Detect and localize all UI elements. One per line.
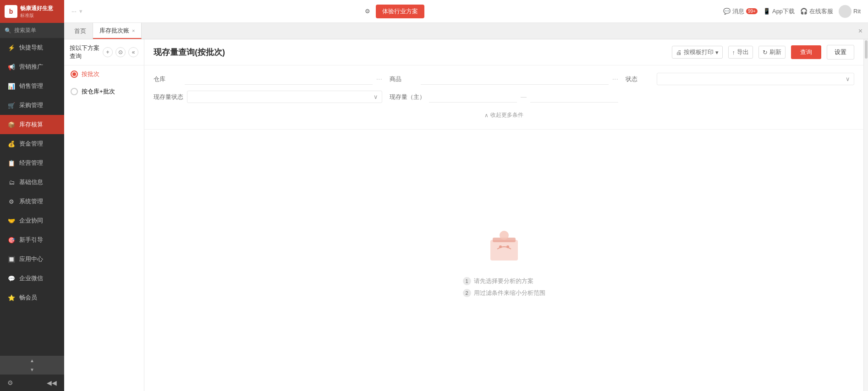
inventory-status-label: 现存量状态: [154, 93, 183, 101]
sidebar-item-basic[interactable]: 🗂 基础信息: [0, 173, 64, 192]
add-scheme-btn[interactable]: +: [103, 47, 113, 57]
user-avatar: [839, 5, 852, 18]
quantity-min-input[interactable]: [429, 92, 517, 103]
sidebar-item-apps[interactable]: 🔲 应用中心: [0, 250, 64, 269]
collapse-label: 收起更多条件: [490, 111, 523, 119]
sidebar-item-label: 销售管理: [19, 82, 43, 90]
sidebar-item-label: 采购管理: [19, 101, 43, 109]
collapse-sidebar-icon[interactable]: ◀◀: [47, 379, 57, 386]
left-panel-actions: + ⊙ «: [103, 47, 138, 57]
print-chevron-icon: ▾: [715, 49, 719, 56]
quantity-range: —: [429, 92, 618, 103]
user-profile-btn[interactable]: Rit: [839, 5, 861, 18]
tab-label: 库存批次账: [99, 27, 129, 35]
topbar-breadcrumb: ··· ▾: [71, 8, 359, 15]
status-field: 状态 ∨: [626, 73, 854, 85]
active-scheme-indicator: [71, 71, 78, 78]
product-dots[interactable]: ···: [612, 75, 618, 83]
tab-home[interactable]: 首页: [68, 23, 93, 39]
sidebar-item-wechat[interactable]: 💬 企业微信: [0, 269, 64, 288]
query-btn[interactable]: 查询: [791, 45, 821, 59]
sidebar-item-label: 营销推广: [19, 63, 43, 71]
online-service-btn[interactable]: 🎧 在线客服: [800, 7, 833, 16]
sidebar-nav: ⚡ 快捷导航 📢 营销推广 📊 销售管理 🛒 采购管理 📦 库存核算 💰 资金管…: [0, 38, 64, 356]
scheme-item-warehouse-batch[interactable]: 按仓库+批次: [64, 83, 144, 100]
filter-area: 仓库 ··· 商品 ··· 状态 ∨: [144, 65, 863, 130]
filter-row-1: 仓库 ··· 商品 ··· 状态 ∨: [154, 73, 854, 85]
scheme-warehouse-batch-label: 按仓库+批次: [82, 87, 115, 96]
sidebar-item-label: 畅会员: [19, 293, 37, 302]
export-label: 导出: [737, 48, 749, 56]
sidebar-item-system[interactable]: ⚙ 系统管理: [0, 192, 64, 211]
sidebar-item-label: 企业微信: [19, 274, 43, 282]
quick-icon: ⚡: [7, 43, 16, 52]
sidebar-item-inventory[interactable]: 📦 库存核算: [0, 115, 64, 134]
page-settings-btn[interactable]: 设置: [827, 45, 854, 60]
right-main: 现存量查询(按批次) 🖨 按模板打印 ▾ ↑ 导出 ↻ 刷新: [144, 39, 863, 391]
messages-btn[interactable]: 💬 消息 99+: [723, 7, 758, 16]
tip-num-1: 1: [463, 277, 471, 285]
scheme-item-batch[interactable]: 按批次: [64, 65, 144, 83]
empty-tip-2: 2 用过滤条件来缩小分析范围: [463, 289, 545, 297]
svg-point-2: [500, 231, 509, 240]
sidebar-item-purchase[interactable]: 🛒 采购管理: [0, 96, 64, 115]
sidebar-search[interactable]: 🔍 搜索菜单: [0, 23, 64, 38]
svg-rect-0: [490, 240, 518, 261]
inventory-status-select[interactable]: ∨: [187, 91, 382, 103]
app-download-btn[interactable]: 📱 App下载: [763, 7, 795, 16]
warehouse-label: 仓库: [154, 75, 181, 83]
finance-icon: 💰: [7, 140, 16, 148]
sidebar-item-label: 应用中心: [19, 255, 43, 263]
status-label: 状态: [626, 75, 653, 83]
collapse-left-btn[interactable]: «: [128, 47, 138, 57]
empty-state: 1 请先选择要分析的方案 2 用过滤条件来缩小分析范围: [144, 130, 863, 391]
sidebar-item-sales[interactable]: 📊 销售管理: [0, 76, 64, 96]
refresh-icon: ↻: [763, 49, 768, 56]
scheme-settings-icon: ⊙: [118, 49, 123, 55]
sidebar-scroll-up[interactable]: ▲: [0, 356, 64, 365]
right-scrollbar[interactable]: [863, 39, 868, 391]
warehouse-input[interactable]: [185, 74, 373, 85]
product-label: 商品: [390, 75, 417, 83]
sidebar-item-quick[interactable]: ⚡ 快捷导航: [0, 38, 64, 57]
sidebar-item-label: 经营管理: [19, 159, 43, 167]
breadcrumb-current: ···: [71, 8, 77, 15]
export-btn[interactable]: ↑ 导出: [728, 46, 753, 59]
sidebar-item-operation[interactable]: 📋 经营管理: [0, 153, 64, 173]
scheme-settings-btn[interactable]: ⊙: [115, 47, 126, 57]
sidebar-item-member[interactable]: ⭐ 畅会员: [0, 288, 64, 307]
print-btn[interactable]: 🖨 按模板打印 ▾: [672, 46, 723, 59]
sidebar-header: b 畅康通好生意 标准版: [0, 0, 64, 23]
tab-close-icon[interactable]: ×: [132, 28, 135, 33]
sidebar-item-marketing[interactable]: 📢 营销推广: [0, 57, 64, 76]
sidebar-scroll-down[interactable]: ▼: [0, 365, 64, 374]
svg-point-4: [506, 245, 509, 248]
sidebar-item-enterprise[interactable]: 🤝 企业协同: [0, 211, 64, 230]
svg-point-3: [499, 245, 502, 248]
quantity-field: 现存量（主） —: [390, 92, 618, 103]
tab-inventory-batch[interactable]: 库存批次账 ×: [93, 23, 142, 39]
operation-icon: 📋: [7, 159, 16, 167]
topbar-settings-icon[interactable]: ⚙: [365, 8, 370, 15]
sales-icon: 📊: [7, 82, 16, 90]
collapse-more-btn[interactable]: ∧ 收起更多条件: [154, 109, 854, 122]
refresh-btn[interactable]: ↻ 刷新: [758, 46, 786, 59]
product-input[interactable]: [421, 74, 609, 85]
messages-label: 消息: [732, 7, 744, 16]
sidebar-item-finance[interactable]: 💰 资金管理: [0, 134, 64, 153]
page-header-actions: 🖨 按模板打印 ▾ ↑ 导出 ↻ 刷新 查询 设置: [672, 45, 855, 60]
search-icon: 🔍: [5, 27, 11, 34]
app-download-icon: 📱: [763, 8, 770, 15]
settings-footer-icon[interactable]: ⚙: [7, 379, 13, 386]
tab-home-label: 首页: [74, 27, 86, 35]
app-subtitle: 标准版: [20, 12, 53, 19]
sidebar-item-label: 基础信息: [19, 178, 43, 186]
tabbar: 首页 库存批次账 × ×: [64, 23, 868, 39]
sidebar-item-newbie[interactable]: 🎯 新手引导: [0, 230, 64, 250]
quantity-max-input[interactable]: [530, 92, 618, 103]
app-title-block: 畅康通好生意 标准版: [20, 5, 53, 19]
status-select[interactable]: ∨: [657, 73, 854, 85]
tab-close-all-btn[interactable]: ×: [853, 27, 868, 35]
warehouse-dots[interactable]: ···: [376, 75, 382, 83]
trial-button[interactable]: 体验行业方案: [376, 5, 424, 18]
